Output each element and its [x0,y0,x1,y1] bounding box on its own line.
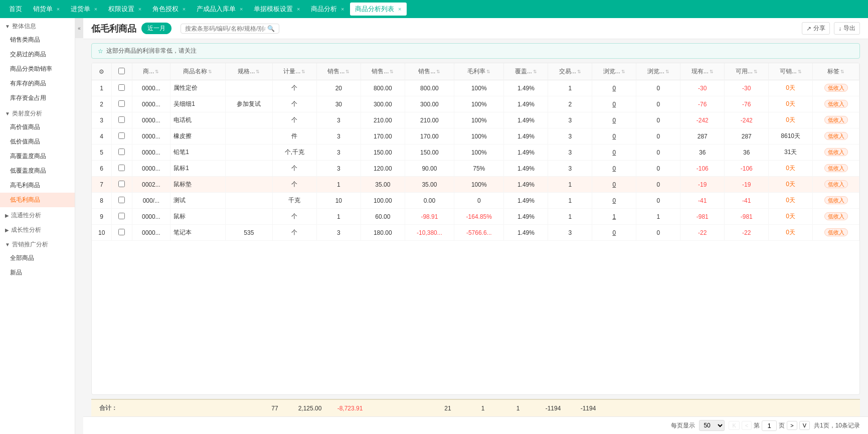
page-last-btn[interactable]: V [799,421,810,430]
nav-sales[interactable]: 销货单 × [28,3,65,16]
page-next-btn[interactable]: > [787,421,797,430]
row-checkbox[interactable] [118,197,125,203]
sidebar-item-low-value[interactable]: 低价值商品 [0,134,75,149]
nav-permissions[interactable]: 权限设置 × [103,3,146,16]
col-view2[interactable]: 浏览...⇅ [636,63,680,80]
col-view1[interactable]: 浏览...⇅ [592,63,636,80]
filter-recent-month[interactable]: 近一月 [141,23,171,34]
sidebar-group-liquidity[interactable]: ▶ 流通性分析 [0,207,75,222]
select-all-checkbox[interactable] [118,68,125,74]
search-icon[interactable]: 🔍 [267,25,275,32]
col-spec[interactable]: 规格...⇅ [225,63,272,80]
close-roles-icon[interactable]: × [183,6,186,12]
cell-checkbox[interactable] [112,177,132,193]
sidebar-item-low-profit[interactable]: 低毛利商品 [0,193,75,207]
row-checkbox[interactable] [118,116,125,123]
row-checkbox[interactable] [118,181,125,187]
view1-link[interactable]: 0 [612,229,616,236]
row-checkbox[interactable] [118,100,125,107]
view1-link[interactable]: 0 [612,165,616,172]
nav-product-analysis-list[interactable]: 商品分析列表 × [350,3,406,16]
sidebar-item-new-goods[interactable]: 新品 [0,265,75,280]
col-settings[interactable]: ⚙ [92,63,112,80]
page-prev-btn[interactable]: K [729,421,739,430]
col-tag[interactable]: 标签⇅ [813,63,859,80]
cell-checkbox[interactable] [112,128,132,144]
sidebar-group-marketing[interactable]: ▼ 营销推广分析 [0,236,75,251]
col-sales-profit[interactable]: 销售...⇅ [405,63,454,80]
sidebar-item-category-rate[interactable]: 商品分类助销率 [0,62,75,76]
view1-link[interactable]: 0 [612,149,616,156]
search-input[interactable] [185,25,265,32]
col-available[interactable]: 可用...⇅ [725,63,769,80]
sidebar-item-traded-goods[interactable]: 交易过的商品 [0,47,75,62]
close-product-analysis-list-icon[interactable]: × [398,6,401,12]
view1-link[interactable]: 0 [612,181,616,188]
per-page-select[interactable]: 50 20 100 [699,420,725,431]
cell-checkbox[interactable] [112,161,132,177]
col-unit[interactable]: 计量...⇅ [272,63,316,80]
view1-link[interactable]: 1 [612,213,616,220]
nav-purchase[interactable]: 进货单 × [66,3,102,16]
cell-view1[interactable]: 0 [592,128,636,144]
close-product-analysis-icon[interactable]: × [341,6,344,12]
cell-checkbox[interactable] [112,96,132,112]
col-checkbox-all[interactable] [112,63,132,80]
nav-roles[interactable]: 角色授权 × [147,3,191,16]
col-transaction[interactable]: 交易...⇅ [548,63,592,80]
sidebar-item-high-coverage[interactable]: 高覆盖度商品 [0,149,75,164]
view1-link[interactable]: 0 [612,85,616,92]
col-sales-count[interactable]: 销售...⇅ [316,63,361,80]
row-checkbox[interactable] [118,229,125,235]
row-checkbox[interactable] [118,149,125,155]
col-current-stock[interactable]: 现有...⇅ [680,63,725,80]
view1-link[interactable]: 0 [612,197,616,204]
view1-link[interactable]: 0 [612,133,616,140]
share-button[interactable]: ↗ 分享 [802,22,830,35]
sidebar-item-all-goods[interactable]: 全部商品 [0,251,75,265]
cell-checkbox[interactable] [112,209,132,225]
cell-checkbox[interactable] [112,80,132,96]
sidebar-item-in-stock[interactable]: 有库存的商品 [0,76,75,91]
col-saleable[interactable]: 可销...⇅ [769,63,813,80]
sidebar-item-high-profit[interactable]: 高毛利商品 [0,178,75,193]
cell-view1[interactable]: 0 [592,112,636,128]
col-code[interactable]: 商...⇅ [132,63,170,80]
cell-view1[interactable]: 0 [592,225,636,241]
close-permissions-icon[interactable]: × [138,6,141,12]
export-button[interactable]: ↓ 导出 [834,22,860,35]
col-sales-amount[interactable]: 销售...⇅ [361,63,405,80]
view1-link[interactable]: 0 [612,101,616,108]
sidebar-group-overall[interactable]: ▼ 整体信息 [0,18,75,33]
sidebar-group-growth[interactable]: ▶ 成长性分析 [0,222,75,236]
cell-view1[interactable]: 0 [592,177,636,193]
cell-view1[interactable]: 1 [592,209,636,225]
cell-view1[interactable]: 0 [592,161,636,177]
sidebar-group-category[interactable]: ▼ 类射度分析 [0,105,75,120]
close-sales-icon[interactable]: × [57,6,60,12]
row-checkbox[interactable] [118,132,125,139]
close-product-entry-icon[interactable]: × [240,6,243,12]
sidebar-item-capital[interactable]: 库存资金占用 [0,91,75,105]
cell-view1[interactable]: 0 [592,144,636,161]
col-name[interactable]: 商品名称⇅ [170,63,226,80]
close-template-icon[interactable]: × [297,6,300,12]
row-checkbox[interactable] [118,165,125,171]
row-checkbox[interactable] [118,213,125,219]
sidebar-item-high-value[interactable]: 高价值商品 [0,120,75,134]
sidebar-item-low-coverage[interactable]: 低覆盖度商品 [0,164,75,178]
nav-product-analysis[interactable]: 商品分析 × [306,3,349,16]
page-prev2-btn[interactable]: < [742,421,752,430]
col-coverage[interactable]: 覆盖...⇅ [504,63,548,80]
sidebar-item-sales-goods[interactable]: 销售类商品 [0,33,75,47]
close-purchase-icon[interactable]: × [94,6,97,12]
view1-link[interactable]: 0 [612,117,616,124]
nav-product-entry[interactable]: 产成品入库单 × [192,3,248,16]
col-gross-margin[interactable]: 毛利率⇅ [454,63,504,80]
cell-checkbox[interactable] [112,193,132,209]
cell-checkbox[interactable] [112,225,132,241]
cell-view1[interactable]: 0 [592,96,636,112]
row-checkbox[interactable] [118,84,125,91]
nav-home[interactable]: 首页 [4,3,27,16]
sidebar-collapse-btn[interactable]: « [75,18,83,38]
